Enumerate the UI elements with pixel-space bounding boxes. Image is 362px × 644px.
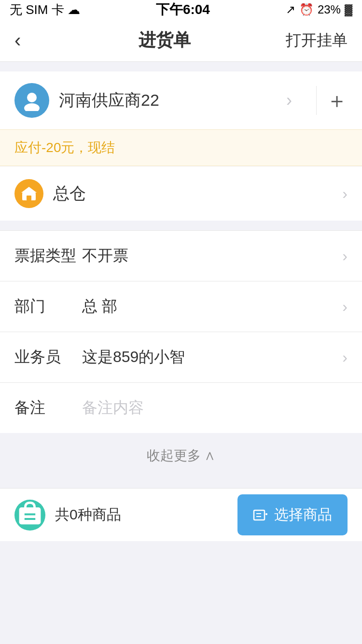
svg-rect-5 — [19, 507, 41, 524]
status-left: 无 SIM 卡 ☁ — [10, 1, 80, 18]
bottom-fill — [0, 541, 362, 644]
product-count: 共0种商品 — [55, 505, 237, 525]
collapse-row[interactable]: 收起更多 ∧ — [0, 433, 362, 478]
signal-text: 无 SIM 卡 ☁ — [10, 1, 80, 18]
location-icon: ↗ — [286, 3, 295, 16]
divider — [316, 86, 317, 115]
ticket-value: 不开票 — [77, 245, 342, 266]
salesperson-value: 这是859的小智 — [77, 347, 342, 368]
product-icon — [14, 500, 45, 531]
warehouse-chevron-icon: › — [342, 185, 348, 203]
select-product-button[interactable]: 选择商品 — [237, 494, 348, 535]
svg-rect-4 — [27, 196, 31, 200]
form-row-salesperson[interactable]: 业务员 这是859的小智 › — [0, 332, 362, 382]
svg-point-1 — [24, 103, 40, 111]
warehouse-row[interactable]: 总仓 › — [0, 166, 362, 221]
department-label: 部门 — [14, 296, 77, 317]
form-card: 票据类型 不开票 › 部门 总 部 › 业务员 这是859的小智 › 备注 备注… — [0, 230, 362, 433]
collapse-label: 收起更多 ∧ — [147, 447, 216, 465]
remark-input[interactable]: 备注内容 — [77, 397, 348, 419]
nav-bar: ‹ 进货单 打开挂单 — [0, 19, 362, 62]
open-pending-button[interactable]: 打开挂单 — [286, 30, 348, 51]
select-product-icon — [253, 507, 268, 523]
ticket-label: 票据类型 — [14, 245, 77, 266]
warehouse-name: 总仓 — [53, 182, 342, 205]
department-value: 总 部 — [77, 296, 342, 317]
supplier-card: 河南供应商22 › ＋ 应付-20元，现结 总仓 › — [0, 71, 362, 221]
salesperson-chevron-icon: › — [342, 349, 348, 366]
remark-label: 备注 — [14, 397, 77, 419]
svg-point-0 — [27, 93, 37, 102]
bottom-bar: 共0种商品 选择商品 — [0, 488, 362, 541]
form-row-ticket[interactable]: 票据类型 不开票 › — [0, 230, 362, 281]
warehouse-icon — [14, 179, 43, 208]
department-chevron-icon: › — [342, 298, 348, 316]
notice-bar: 应付-20元，现结 — [0, 129, 362, 166]
select-product-label: 选择商品 — [274, 505, 332, 525]
back-button[interactable]: ‹ — [14, 29, 43, 51]
status-time: 下午6:04 — [156, 0, 210, 19]
status-bar: 无 SIM 卡 ☁ 下午6:04 ↗ ⏰ 23% ▓ — [0, 0, 362, 19]
battery-text: 23% — [318, 3, 341, 16]
battery-icon: ▓ — [345, 3, 352, 16]
form-row-remark[interactable]: 备注 备注内容 — [0, 382, 362, 433]
svg-marker-3 — [21, 187, 37, 193]
supplier-row[interactable]: 河南供应商22 › ＋ — [0, 71, 362, 129]
page-title: 进货单 — [139, 28, 191, 52]
form-row-department[interactable]: 部门 总 部 › — [0, 281, 362, 332]
add-supplier-button[interactable]: ＋ — [326, 86, 348, 115]
supplier-avatar — [14, 83, 49, 118]
section-gap-1 — [0, 62, 362, 71]
alarm-icon: ⏰ — [299, 3, 314, 16]
section-gap-3 — [0, 478, 362, 488]
supplier-chevron-icon: › — [286, 90, 292, 111]
supplier-name: 河南供应商22 — [59, 89, 286, 112]
svg-rect-8 — [254, 510, 265, 520]
status-right: ↗ ⏰ 23% ▓ — [286, 3, 352, 16]
section-gap-2 — [0, 221, 362, 230]
ticket-chevron-icon: › — [342, 247, 348, 265]
salesperson-label: 业务员 — [14, 347, 77, 368]
